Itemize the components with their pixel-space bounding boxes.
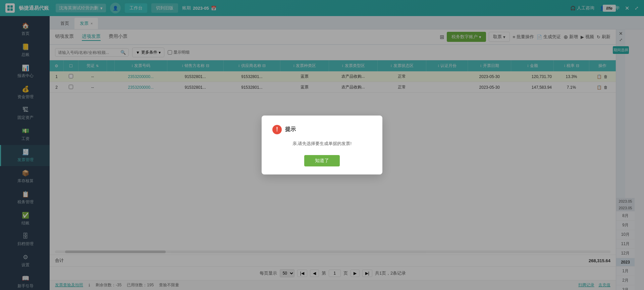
modal-box: ! 提示 亲,请先选择要生成单据的发票! 知道了	[262, 116, 382, 175]
modal-title-row: ! 提示	[272, 125, 372, 134]
warning-icon: !	[272, 125, 282, 134]
modal-confirm-button[interactable]: 知道了	[304, 155, 340, 166]
modal-message: 亲,请先选择要生成单据的发票!	[272, 140, 372, 147]
modal-overlay[interactable]: ! 提示 亲,请先选择要生成单据的发票! 知道了	[0, 0, 644, 290]
modal-title: 提示	[285, 126, 296, 133]
modal-btn-row: 知道了	[272, 155, 372, 166]
